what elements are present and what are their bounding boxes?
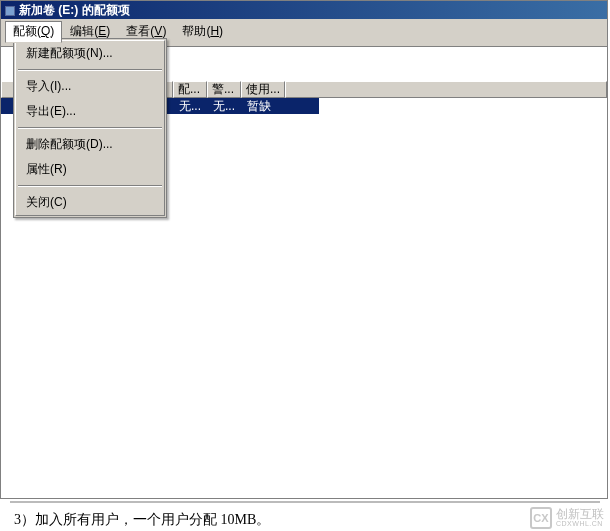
menu-separator xyxy=(18,127,162,129)
menu-close[interactable]: 关闭(C) xyxy=(16,190,164,215)
cell-quota: 无... xyxy=(175,98,209,114)
watermark: CX 创新互联 CDXWHL.CN xyxy=(530,507,604,529)
menu-delete-quota[interactable]: 删除配额项(D)... xyxy=(16,132,164,157)
menu-view-label: 查看 xyxy=(126,24,150,38)
watermark-text-cn: 创新互联 xyxy=(556,509,604,520)
watermark-text-en: CDXWHL.CN xyxy=(556,520,604,528)
menu-new-quota[interactable]: 新建配额项(N)... xyxy=(16,41,164,66)
col-head-4[interactable] xyxy=(285,81,607,98)
titlebar[interactable]: 新加卷 (E:) 的配额项 xyxy=(1,1,607,19)
col-head-3[interactable]: 使用... xyxy=(241,81,285,98)
quota-dropdown: 新建配额项(N)... 导入(I)... 导出(E)... 删除配额项(D)..… xyxy=(13,38,167,218)
menu-quota[interactable]: 配额(Q) xyxy=(5,21,62,43)
menu-help[interactable]: 帮助(H) xyxy=(174,21,231,43)
menu-edit-label: 编辑 xyxy=(70,24,94,38)
menu-quota-accel: Q xyxy=(41,24,50,38)
divider xyxy=(10,501,600,503)
menu-view-accel: V xyxy=(154,24,162,38)
col-head-2[interactable]: 警... xyxy=(207,81,241,98)
svg-rect-1 xyxy=(6,7,14,15)
menu-separator xyxy=(18,185,162,187)
menu-export[interactable]: 导出(E)... xyxy=(16,99,164,124)
menu-import[interactable]: 导入(I)... xyxy=(16,74,164,99)
menu-edit-accel: E xyxy=(98,24,106,38)
col-head-1[interactable]: 配... xyxy=(173,81,207,98)
window-title: 新加卷 (E:) 的配额项 xyxy=(19,3,130,17)
watermark-logo-icon: CX xyxy=(530,507,552,529)
menu-properties[interactable]: 属性(R) xyxy=(16,157,164,182)
page-caption: 3）加入所有用户，一个用户分配 10MB。 xyxy=(14,511,270,529)
cell-used: 暂缺 xyxy=(243,98,319,114)
menu-help-label: 帮助 xyxy=(182,24,206,38)
window-sys-icon xyxy=(5,5,15,15)
cell-warn: 无... xyxy=(209,98,243,114)
menu-separator xyxy=(18,69,162,71)
menu-help-accel: H xyxy=(210,24,219,38)
menu-quota-label: 配额 xyxy=(13,24,37,38)
